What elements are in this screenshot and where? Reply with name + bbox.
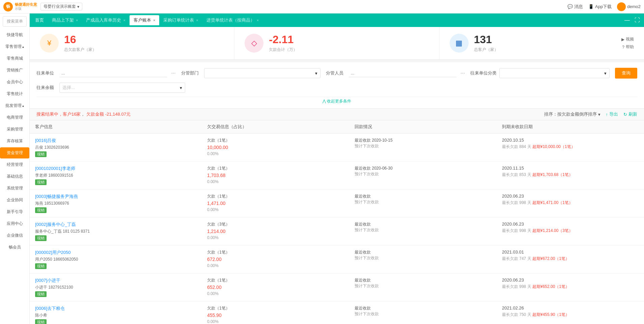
- store-selector[interactable]: 母婴行业演示账套 ▾: [40, 3, 82, 10]
- tab-purchase-stats[interactable]: 进货单统计表（按商品）×: [202, 15, 263, 25]
- result-amount: 欠款金额 -21,148.07元: [86, 112, 131, 117]
- customer-name-2[interactable]: [0003]畅捷服务尹海燕: [35, 194, 196, 200]
- tab-close-customer-account[interactable]: ×: [153, 18, 155, 22]
- store-dropdown-icon: ▾: [77, 4, 79, 9]
- sort-button[interactable]: 排序：按欠款金额倒序排序 ▾: [544, 111, 600, 117]
- sidebar-item-retail-mgmt[interactable]: 零售管理▴: [0, 41, 29, 52]
- cell-collect-6: 最近收款 预计下次收款: [349, 301, 497, 324]
- overdue-amount-2[interactable]: 超期¥1,471.00（1笔）: [532, 200, 573, 205]
- sidebar-item-inventory[interactable]: 库存核算: [0, 136, 29, 147]
- app-download-button[interactable]: 📱 App下载: [588, 4, 612, 10]
- sidebar-item-retail-stats[interactable]: 零售统计: [0, 88, 29, 99]
- collapse-button[interactable]: ⋀ 收起更多条件: [36, 97, 637, 106]
- minimize-button[interactable]: —: [623, 17, 631, 24]
- tab-label-production-history: 产成品入库单历史: [86, 17, 121, 23]
- sidebar-item-system[interactable]: 系统管理: [0, 183, 29, 194]
- sidebar-item-ecommerce[interactable]: 电商管理: [0, 112, 29, 123]
- video-help-button[interactable]: ▶ 视频: [621, 36, 634, 42]
- sidebar-item-new-guide[interactable]: 新手引导: [0, 206, 29, 217]
- dept-label: 分管部门: [181, 70, 201, 76]
- overdue-amount-4[interactable]: 超期¥672.00（1笔）: [532, 256, 569, 261]
- stats-row: ¥ 16 总欠款客户（家） ◇ -2.11 欠款合计（万） ▦: [30, 27, 644, 60]
- debt-count-0: 欠款（1笔）: [207, 138, 344, 143]
- from-unit-input[interactable]: [59, 69, 167, 77]
- customer-name-6[interactable]: [0006]去下粮仓: [35, 305, 196, 312]
- stat-value-2: -2.11: [269, 34, 297, 46]
- collapse-icon: ⋀: [323, 99, 326, 104]
- content-area: 首页商品上下架×产成品入库单历史×客户账本×采购订单统计表×进货单统计表（按商品…: [30, 13, 644, 324]
- tab-purchase-order[interactable]: 采购订单统计表×: [159, 15, 202, 25]
- search-menu-button[interactable]: 搜索菜单: [3, 16, 27, 27]
- debt-count-4: 欠款（1笔）: [207, 249, 344, 255]
- overdue-amount-5[interactable]: 超期¥652.00（1笔）: [532, 284, 569, 289]
- collect-next-6: 预计下次收款: [355, 311, 491, 317]
- stat-icon-building: ▦: [450, 34, 469, 53]
- sidebar-item-member-vip[interactable]: 畅会员: [0, 242, 29, 253]
- filter-balance: 往来余额 选择... ▾: [36, 83, 185, 93]
- sidebar-item-batch-mgmt[interactable]: 批发管理▴: [0, 100, 29, 111]
- tab-close-purchase-order[interactable]: ×: [196, 18, 198, 22]
- dept-dropdown-icon: ▾: [315, 71, 317, 76]
- customer-tag-4: 现销: [35, 263, 47, 269]
- customer-phone-5: 小进干 18279152100: [35, 285, 196, 290]
- sidebar-item-app-center[interactable]: 应用中心: [0, 218, 29, 229]
- table-row: [0001020001]李老师 李老师 18600391516 现销 欠款（1笔…: [30, 161, 644, 189]
- overdue-amount-3[interactable]: 超期¥1,214.00（3笔）: [532, 228, 573, 233]
- customer-tag-0: 现销: [35, 151, 47, 157]
- sidebar-item-purchase[interactable]: 采购管理: [0, 124, 29, 135]
- maximize-button[interactable]: ⛶: [633, 17, 641, 24]
- tab-product-shelf[interactable]: 商品上下架×: [48, 15, 82, 25]
- tab-production-history[interactable]: 产成品入库单历史×: [82, 15, 129, 25]
- message-button[interactable]: 💬 消息: [567, 4, 583, 10]
- tab-customer-account[interactable]: 客户账本×: [130, 15, 159, 25]
- search-button[interactable]: 查询: [615, 68, 637, 79]
- overdue-days-2: 最长欠款 998 天 超期¥1,471.00（1笔）: [502, 200, 639, 206]
- person-input[interactable]: [349, 69, 456, 77]
- sidebar-item-quick-nav[interactable]: 快捷导航: [0, 29, 29, 40]
- collect-next-1: 预计下次收款: [355, 171, 491, 177]
- sidebar-item-business-mgmt[interactable]: 经营管理: [0, 159, 29, 170]
- col-customer-info: 客户信息: [30, 120, 202, 134]
- customer-tag-6: 现销: [35, 319, 47, 324]
- help-button[interactable]: ? 帮助: [622, 44, 634, 50]
- stat-value-3: 131: [474, 34, 498, 46]
- customer-name-5[interactable]: [0007]小进干: [35, 277, 196, 284]
- customer-name-4[interactable]: [000002]用户2050: [35, 249, 196, 256]
- debt-ratio-4: 0.00%: [207, 263, 344, 268]
- sidebar-item-member[interactable]: 会员中心: [0, 77, 29, 88]
- sidebar-item-corp-wechat[interactable]: 企业微信: [0, 230, 29, 241]
- debt-count-2: 欠款（1笔）: [207, 194, 344, 199]
- overdue-days-3: 最长欠款 998 天 超期¥1,214.00（3笔）: [502, 228, 639, 234]
- cell-collect-2: 最近收款 预计下次收款: [349, 189, 497, 217]
- person-more-icon[interactable]: ···: [460, 70, 465, 76]
- sidebar-item-finance[interactable]: 资金管理: [0, 147, 29, 158]
- dept-select[interactable]: ▾: [204, 68, 320, 78]
- refresh-button[interactable]: ↻ 刷新: [623, 111, 637, 117]
- collect-date-0: 最近收款 2020-10-15: [355, 138, 491, 143]
- overdue-amount-6[interactable]: 超期¥455.90（1笔）: [532, 312, 569, 317]
- balance-dropdown-icon: ▾: [180, 85, 182, 90]
- top-bar-left: 畅 畅捷通好生意 示版 母婴行业演示账套 ▾: [3, 2, 82, 11]
- tab-close-production-history[interactable]: ×: [123, 18, 125, 22]
- tab-home[interactable]: 首页: [31, 15, 48, 25]
- result-prefix: 搜索结果中，客户16家: [36, 112, 81, 117]
- unit-classify-select[interactable]: ▾: [499, 68, 610, 78]
- from-unit-more-icon[interactable]: ···: [171, 70, 175, 76]
- export-button[interactable]: ↑ 导出: [606, 111, 618, 117]
- sidebar-item-base-info[interactable]: 基础信息: [0, 171, 29, 182]
- sidebar-item-enterprise[interactable]: 企业协同: [0, 195, 29, 206]
- sidebar-item-marketing[interactable]: 营销推广: [0, 65, 29, 76]
- overdue-amount-0[interactable]: 超期¥10,000.00（1笔）: [532, 144, 575, 149]
- customer-name-1[interactable]: [0001020001]李老师: [35, 166, 196, 172]
- user-menu[interactable]: demo2: [617, 2, 641, 11]
- sidebar-item-retail-mall[interactable]: 零售商城: [0, 53, 29, 64]
- overdue-amount-1[interactable]: 超期¥1,703.68（1笔）: [532, 172, 573, 177]
- customer-name-0[interactable]: [0016]吕俊: [35, 138, 196, 144]
- balance-select[interactable]: 选择... ▾: [59, 83, 185, 93]
- message-label: 消息: [574, 4, 583, 10]
- tab-close-purchase-stats[interactable]: ×: [257, 18, 259, 22]
- page-content: ¥ 16 总欠款客户（家） ◇ -2.11 欠款合计（万） ▦: [30, 27, 644, 324]
- tab-close-product-shelf[interactable]: ×: [76, 18, 78, 22]
- customer-name-3[interactable]: [0002]服务中心_丁磊: [35, 222, 196, 228]
- customer-phone-4: 用户2050 18665062050: [35, 257, 196, 262]
